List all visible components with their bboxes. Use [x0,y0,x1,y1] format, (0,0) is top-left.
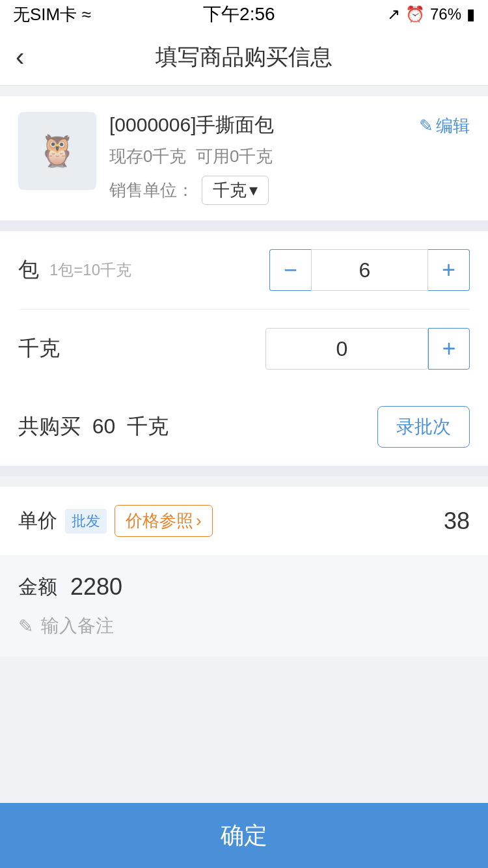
confirm-label: 确定 [221,820,267,852]
price-label: 单价 [18,508,57,534]
sim-status: 无SIM卡 ≈ [13,3,91,26]
arrow-direction-icon: ↗ [387,5,400,23]
pencil-icon: ✎ [18,616,33,637]
total-amount: 60 [92,414,116,438]
batch-button[interactable]: 录批次 [377,406,470,448]
price-ref-arrow-icon: › [196,511,202,531]
battery-icon: ▮ [467,5,475,23]
alarm-icon: ⏰ [405,5,425,23]
edit-icon: ✎ [419,116,433,136]
status-right: ↗ ⏰ 76% ▮ [387,5,475,23]
edit-button[interactable]: ✎ 编辑 [419,115,470,137]
input-section: 包 1包=10千克 − + 千克 + [0,231,488,388]
price-section: 单价 批发 价格参照 › 38 [0,487,488,555]
product-stock: 现存0千克 可用0千克 [109,145,470,168]
amount-label: 金额 [18,574,57,601]
package-hint: 1包=10千克 [49,260,131,280]
kg-plus-button[interactable]: + [428,328,470,370]
dropdown-icon: ▾ [249,180,258,200]
package-input[interactable] [311,249,428,291]
kg-input[interactable] [265,328,428,370]
total-text: 共购买 60 千克 [18,413,169,441]
product-image: 🦉 [18,112,96,190]
nav-bar: ‹ 填写商品购买信息 [0,29,488,86]
price-tag: 批发 [65,509,107,534]
battery-status: 76% [430,5,461,23]
unit-select[interactable]: 千克 ▾ [202,176,269,205]
price-reference-button[interactable]: 价格参照 › [115,505,213,537]
amount-section: 金额 2280 ✎ 输入备注 [0,555,488,657]
status-bar: 无SIM卡 ≈ 下午2:56 ↗ ⏰ 76% ▮ [0,0,488,29]
amount-value: 2280 [70,573,122,601]
package-quantity-control: − + [269,249,470,291]
product-card: 🦉 [0000006]手撕面包 现存0千克 可用0千克 销售单位： 千克 ▾ ✎… [0,96,488,221]
note-row[interactable]: ✎ 输入备注 [18,614,470,657]
back-button[interactable]: ‹ [16,42,24,72]
owl-icon: 🦉 [38,133,77,169]
total-section: 共购买 60 千克 录批次 [0,388,488,466]
price-label-group: 单价 批发 价格参照 › [18,505,213,537]
product-name: [0000006]手撕面包 [109,112,470,139]
divider-1 [0,221,488,231]
page-title: 填写商品购买信息 [156,42,332,72]
divider-2 [0,466,488,476]
amount-row: 金额 2280 [18,573,470,614]
package-label: 包 1包=10千克 [18,256,131,284]
note-placeholder: 输入备注 [41,614,114,638]
kg-label: 千克 [18,334,60,363]
package-plus-button[interactable]: + [428,249,470,291]
price-value: 38 [444,508,470,535]
package-input-row: 包 1包=10千克 − + [18,231,470,310]
package-minus-button[interactable]: − [269,249,311,291]
kg-input-row: 千克 + [18,310,470,388]
status-left: 无SIM卡 ≈ [13,3,91,26]
status-time: 下午2:56 [203,2,275,27]
product-unit: 销售单位： 千克 ▾ [109,176,470,205]
product-info: [0000006]手撕面包 现存0千克 可用0千克 销售单位： 千克 ▾ [109,112,470,205]
kg-quantity-control: + [265,328,470,370]
confirm-button[interactable]: 确定 [0,803,488,868]
